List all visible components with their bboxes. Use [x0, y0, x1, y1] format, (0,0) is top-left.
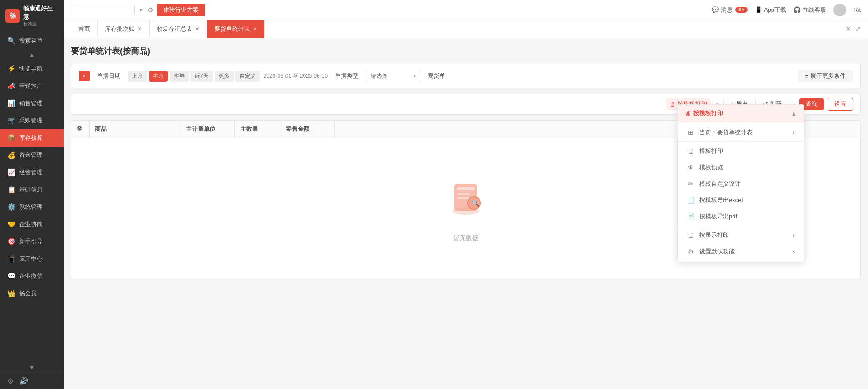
current-template-icon: ⊞ — [687, 129, 695, 136]
col-unit: 主计量单位 — [180, 121, 235, 138]
date-btn-more[interactable]: 更多 — [215, 71, 234, 82]
nav-label: 快捷导航 — [19, 65, 43, 73]
tabbar-expand-icon[interactable]: ⤢ — [855, 25, 861, 33]
empty-text: 暂无数据 — [453, 234, 479, 242]
tabbar-close-all-icon[interactable]: ✕ — [845, 25, 851, 33]
date-btn-last-month[interactable]: 上月 — [128, 71, 147, 82]
order-goods-label: 要货单 — [428, 72, 445, 80]
sidebar-item-quick-nav[interactable]: ⚡ 快捷导航 — [0, 60, 64, 77]
order-type-label: 单据类型 — [335, 72, 359, 80]
tab-inventory-batch-close[interactable]: ✕ — [137, 26, 142, 32]
filter-expand-arrow[interactable]: » — [79, 71, 90, 81]
settings-button[interactable]: 设置 — [828, 98, 853, 111]
order-type-select[interactable]: 请选择 — [366, 71, 420, 81]
app-subtitle: 标准版 — [23, 21, 58, 27]
sidebar-item-inventory[interactable]: 📦 库存核算 — [0, 129, 64, 147]
online-service-button[interactable]: 🎧 在线客服 — [793, 6, 826, 14]
template-preview-icon: 👁 — [687, 164, 695, 171]
expand-more-conditions-button[interactable]: ≡ 展开更多条件 — [798, 70, 853, 82]
sidebar-item-system[interactable]: ⚙️ 系统管理 — [0, 198, 64, 216]
tab-order-stats-label: 要货单统计表 — [215, 25, 250, 33]
set-default-left: ⚙ 设置默认功能 — [687, 248, 735, 256]
date-range-display: 2023-06-01 至 2023-06-30 — [264, 72, 328, 80]
app-center-icon: 📱 — [7, 255, 15, 263]
sidebar-item-app-center[interactable]: 📱 应用中心 — [0, 250, 64, 268]
dropdown-print-icon: 🖨 — [685, 110, 691, 117]
username-label[interactable]: Rit — [853, 6, 861, 13]
display-print-arrow: › — [793, 232, 795, 239]
sidebar-item-member[interactable]: 👑 畅会员 — [0, 285, 64, 302]
dropdown-collapse-area[interactable]: ▲ — [791, 110, 797, 117]
sidebar-item-operations[interactable]: 📈 经营管理 — [0, 164, 64, 181]
export-pdf-label: 按模板导出pdf — [699, 212, 737, 221]
nav-label: 新手引导 — [19, 237, 43, 246]
display-print-label: 按显示打印 — [699, 231, 729, 239]
quick-nav-icon: ⚡ — [7, 65, 15, 73]
tab-inventory-batch-label: 库存批次账 — [105, 25, 135, 33]
topbar-gear-icon[interactable]: ⚙ — [147, 6, 153, 14]
date-btn-7-days[interactable]: 近7天 — [190, 71, 213, 82]
col-settings[interactable]: ⚙ — [71, 121, 90, 138]
sidebar-scroll-up[interactable]: ▲ — [0, 50, 64, 60]
sidebar-item-purchase[interactable]: 🛒 采购管理 — [0, 112, 64, 129]
user-avatar[interactable] — [833, 4, 846, 16]
topbar-dropdown-arrow[interactable]: ▼ — [138, 7, 144, 13]
tab-order-stats-close[interactable]: ✕ — [253, 26, 257, 32]
sidebar-search[interactable]: 🔍 搜索菜单 — [0, 32, 64, 50]
sidebar-item-guide[interactable]: 🎯 新手引导 — [0, 233, 64, 250]
col-quantity: 主数量 — [235, 121, 280, 138]
dropdown-item-export-excel[interactable]: 📄 按模板导出excel — [678, 192, 804, 208]
sidebar-item-marketing[interactable]: 📣 营销推广 — [0, 77, 64, 95]
sidebar-scroll-down[interactable]: ▼ — [0, 362, 64, 373]
volume-icon[interactable]: 🔊 — [19, 377, 28, 385]
dropdown-item-set-default[interactable]: ⚙ 设置默认功能 › — [678, 243, 804, 260]
app-download-button[interactable]: 📱 App下载 — [755, 6, 786, 14]
col-retail-amount: 零售金额 — [280, 121, 335, 138]
tab-order-stats[interactable]: 要货单统计表 ✕ — [207, 20, 265, 38]
settings-icon[interactable]: ⚙ — [7, 377, 14, 385]
template-preview-label: 模板预览 — [699, 163, 723, 172]
filter-row: » 单据日期 上月 本月 本年 近7天 更多 自定义 2023-06-01 至 … — [79, 70, 853, 82]
cooperation-icon: 🤝 — [7, 220, 15, 228]
messages-button[interactable]: 💬 消息 99+ — [712, 6, 748, 14]
search-icon: 🔍 — [7, 37, 15, 45]
sidebar-item-sales[interactable]: 📊 销售管理 — [0, 95, 64, 112]
tab-home[interactable]: 首页 — [71, 20, 98, 38]
topbar-search-input[interactable] — [71, 5, 135, 15]
dropdown-current-label: 当前：要货单统计表 — [699, 128, 753, 136]
sidebar-item-cooperation[interactable]: 🤝 企业协同 — [0, 216, 64, 233]
date-btn-this-year[interactable]: 本年 — [170, 71, 189, 82]
template-print-label: 模板打印 — [699, 147, 723, 155]
template-print-icon: 🖨 — [687, 147, 695, 155]
nav-label: 企业微信 — [19, 272, 43, 280]
dropdown-item-export-pdf[interactable]: 📄 按模板导出pdf — [678, 208, 804, 225]
date-btn-this-month[interactable]: 本月 — [149, 71, 168, 82]
tab-collection-summary[interactable]: 收发存汇总表 ✕ — [150, 20, 207, 38]
tab-inventory-batch[interactable]: 库存批次账 ✕ — [98, 20, 150, 38]
inventory-icon: 📦 — [7, 134, 15, 142]
dropdown-title-area: 🖨 按模板打印 — [685, 109, 723, 117]
topbar: ▼ ⚙ 体验行业方案 💬 消息 99+ 📱 App下载 🎧 在线客服 Rit — [64, 0, 868, 20]
dropdown-item-template-preview[interactable]: 👁 模板预览 — [678, 159, 804, 176]
dropdown-item-display-print[interactable]: 🖨 按显示打印 › — [678, 227, 804, 243]
set-default-icon: ⚙ — [687, 248, 695, 255]
dropdown-item-current[interactable]: ⊞ 当前：要货单统计表 › — [678, 124, 804, 141]
sidebar-item-wechat[interactable]: 💬 企业微信 — [0, 268, 64, 285]
template-design-label: 模板自定义设计 — [699, 180, 741, 188]
dropdown-item-template-print[interactable]: 🖨 模板打印 — [678, 143, 804, 159]
date-btn-custom[interactable]: 自定义 — [235, 71, 260, 82]
industry-solution-button[interactable]: 体验行业方案 — [157, 4, 205, 16]
template-design-icon: ✏ — [687, 180, 695, 187]
date-buttons: 上月 本月 本年 近7天 更多 自定义 2023-06-01 至 2023-06… — [128, 71, 328, 82]
tabbar: 首页 库存批次账 ✕ 收发存汇总表 ✕ 要货单统计表 ✕ ✕ ⤢ — [64, 20, 868, 38]
member-icon: 👑 — [7, 289, 15, 298]
dropdown-title: 按模板打印 — [693, 109, 723, 117]
tab-collection-summary-close[interactable]: ✕ — [195, 26, 200, 32]
sidebar-logo: 畅 畅康通好生意 标准版 — [0, 0, 64, 32]
logo-text: 畅康通好生意 标准版 — [23, 5, 58, 27]
message-icon: 💬 — [712, 6, 719, 13]
sidebar-item-basic-info[interactable]: 📋 基础信息 — [0, 181, 64, 198]
sales-icon: 📊 — [7, 99, 15, 107]
sidebar-item-finance[interactable]: 💰 资金管理 — [0, 147, 64, 164]
dropdown-item-template-design[interactable]: ✏ 模板自定义设计 — [678, 176, 804, 192]
